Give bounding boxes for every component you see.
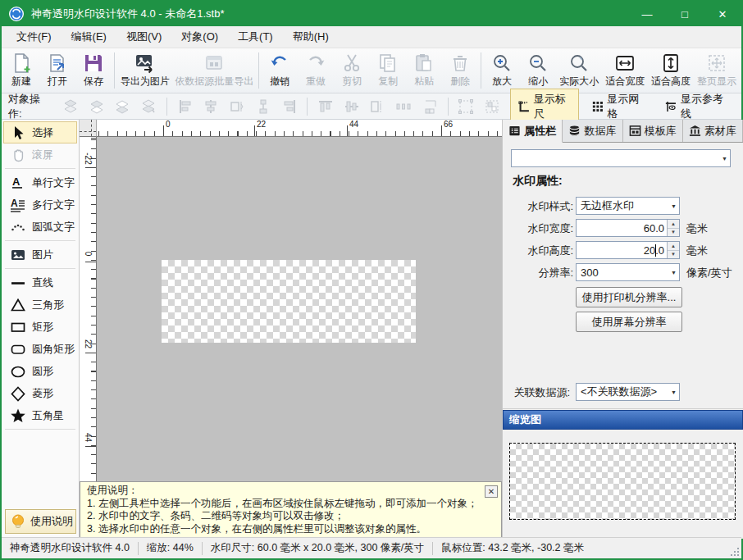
- chevron-down-icon: ▼: [671, 270, 677, 275]
- delete-button: 删除: [442, 50, 478, 91]
- circle-icon: [10, 363, 26, 380]
- status-bar: 神奇透明水印设计软件 4.0 缩放: 44% 水印尺寸: 60.0 毫米 x 2…: [2, 537, 741, 558]
- tool-star[interactable]: 五角星: [3, 404, 77, 426]
- spin-down-icon[interactable]: ▼: [668, 251, 679, 259]
- tool-circle[interactable]: 圆形: [3, 360, 77, 382]
- ruler-label: -22: [84, 151, 93, 167]
- tool-image[interactable]: 图片: [3, 244, 77, 266]
- minimize-button[interactable]: —: [628, 2, 666, 26]
- resize-grip[interactable]: [729, 546, 739, 556]
- close-button[interactable]: ✕: [704, 2, 741, 26]
- new-button[interactable]: 新建: [3, 50, 39, 91]
- menu-help[interactable]: 帮助(H): [283, 26, 339, 48]
- dpi-label: 分辨率:: [506, 266, 573, 280]
- tool-triangle[interactable]: 三角形: [3, 294, 77, 316]
- guides-eye-icon: [665, 100, 677, 113]
- diamond-icon: [10, 385, 26, 402]
- tab-properties[interactable]: 属性栏: [503, 120, 563, 143]
- spin-up-icon[interactable]: ▲: [668, 242, 679, 251]
- export-image-icon: [134, 52, 156, 74]
- spin-buttons[interactable]: ▲▼: [667, 220, 679, 236]
- tool-separator: [5, 268, 75, 269]
- batch-export-button: 依数据源批量导出: [172, 50, 256, 91]
- use-screen-dpi-button[interactable]: 使用屏幕分辨率: [576, 312, 682, 332]
- tool-select[interactable]: 选择: [3, 121, 77, 143]
- menu-view[interactable]: 视图(V): [116, 26, 171, 48]
- menu-edit[interactable]: 编辑(E): [62, 26, 116, 48]
- tool-multi-line-text[interactable]: A 多行文字: [3, 193, 77, 216]
- actual-size-button[interactable]: 实际大小: [556, 50, 602, 91]
- arc-text-icon: [10, 219, 26, 235]
- move-to-back-icon: [139, 97, 157, 116]
- show-grid-toggle[interactable]: 显示网格: [584, 89, 653, 125]
- menu-object[interactable]: 对象(O): [171, 26, 228, 48]
- hand-pan-icon: [10, 147, 26, 163]
- menu-tools[interactable]: 工具(T): [228, 26, 283, 48]
- spin-buttons[interactable]: ▲▼: [667, 242, 679, 258]
- fit-height-button[interactable]: 适合高度: [648, 50, 694, 91]
- watermark-height-spinner[interactable]: 20.0 ▲▼: [576, 241, 680, 259]
- tool-separator: [5, 240, 75, 241]
- menu-file[interactable]: 文件(F): [7, 26, 62, 48]
- usage-help-button[interactable]: 使用说明: [5, 509, 76, 534]
- undo-button[interactable]: 撤销: [262, 50, 298, 91]
- use-printer-dpi-button[interactable]: 使用打印机分辨率...: [576, 287, 682, 307]
- watermark-style-dropdown[interactable]: 无边框水印 ▼: [576, 197, 680, 215]
- ruler-icon: [518, 100, 530, 113]
- zoom-out-button[interactable]: 缩小: [520, 50, 556, 91]
- app-logo-icon: [8, 6, 25, 22]
- watermark-width-spinner[interactable]: 60.0 ▲▼: [576, 219, 680, 237]
- spin-up-icon[interactable]: ▲: [668, 220, 679, 229]
- maximize-button[interactable]: □: [666, 2, 704, 26]
- align-center-h-icon: [203, 97, 221, 116]
- tab-database[interactable]: 数据库: [563, 120, 622, 142]
- star-icon: [10, 407, 26, 424]
- line-icon: [10, 275, 26, 291]
- ruler-label: 0: [166, 120, 171, 129]
- spin-down-icon[interactable]: ▼: [668, 229, 679, 237]
- height-label: 水印高度:: [506, 244, 573, 258]
- align-top-icon: [317, 97, 335, 116]
- show-guides-toggle[interactable]: 显示参考线: [657, 89, 735, 125]
- open-button[interactable]: 打开: [39, 50, 75, 91]
- width-label: 水印宽度:: [506, 221, 573, 236]
- tool-single-line-text[interactable]: A 单行文字: [3, 171, 77, 193]
- zoom-out-icon: [527, 52, 549, 74]
- ungroup-icon: [483, 97, 501, 116]
- tool-diamond[interactable]: 菱形: [3, 382, 77, 404]
- usage-instructions-box: 使用说明： 1. 左侧工具栏中选择一个功能后，在画布区域按住鼠标左键拖动，即可添…: [80, 481, 502, 539]
- chevron-down-icon: ▼: [722, 156, 727, 162]
- object-selector-dropdown[interactable]: ▼: [511, 149, 731, 167]
- tab-templates[interactable]: 模板库: [623, 120, 683, 142]
- zoom-in-button[interactable]: 放大: [484, 50, 520, 91]
- distribute-v-icon: [421, 97, 439, 116]
- lightbulb-icon: [10, 513, 26, 530]
- dpi-dropdown[interactable]: 300 ▼: [576, 263, 680, 281]
- tool-line[interactable]: 直线: [3, 271, 77, 294]
- export-image-button[interactable]: 导出为图片: [117, 50, 172, 91]
- tool-rounded-rectangle[interactable]: 圆角矩形: [3, 338, 77, 360]
- help-close-icon[interactable]: ✕: [485, 485, 498, 498]
- show-ruler-toggle[interactable]: 显示标尺: [510, 89, 579, 125]
- delete-trash-icon: [449, 52, 471, 74]
- move-down-icon: [114, 97, 132, 116]
- tool-rectangle[interactable]: 矩形: [3, 316, 77, 338]
- save-floppy-icon: [83, 52, 104, 74]
- watermark-transparent-canvas[interactable]: [162, 260, 416, 343]
- tab-materials[interactable]: 素材库: [683, 120, 743, 142]
- tool-arc-text[interactable]: 圆弧文字: [3, 216, 77, 238]
- ruler-label: 44: [349, 120, 358, 129]
- copy-icon: [377, 52, 399, 74]
- align-left-icon: [176, 97, 194, 116]
- fit-width-icon: [614, 52, 636, 74]
- fit-height-icon: [660, 52, 681, 74]
- fit-width-button[interactable]: 适合宽度: [602, 50, 648, 91]
- chevron-down-icon: ▼: [671, 203, 677, 209]
- grid-icon: [592, 100, 604, 113]
- save-button[interactable]: 保存: [75, 50, 112, 91]
- datasource-dropdown[interactable]: <不关联数据源> ▼: [576, 383, 680, 401]
- objectbar-separator: [307, 98, 308, 116]
- actual-size-icon: [568, 52, 590, 74]
- title-bar: 神奇透明水印设计软件 4.0 - 未命名1.stb* — □ ✕: [2, 2, 741, 26]
- design-canvas[interactable]: [97, 137, 502, 481]
